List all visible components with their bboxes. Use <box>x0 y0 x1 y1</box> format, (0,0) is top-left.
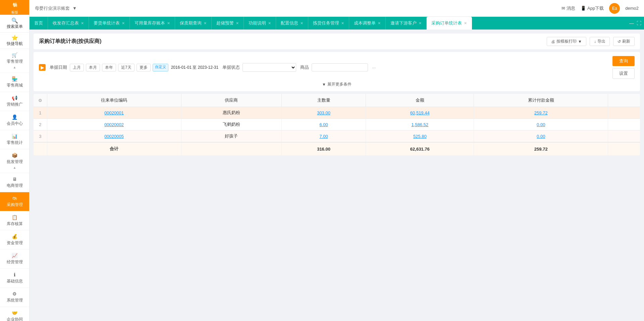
tab-function-desc-close[interactable]: ✕ <box>268 21 271 25</box>
tab-available-inventory-close[interactable]: ✕ <box>167 21 170 25</box>
user-avatar[interactable]: Ea <box>609 3 620 14</box>
tab-receive-summary[interactable]: 收发存汇总表 ✕ <box>48 17 89 30</box>
export-button[interactable]: ↓ 导出 <box>590 37 610 46</box>
col-extra-header <box>608 94 640 107</box>
finance-icon: 💰 <box>12 234 17 239</box>
tab-cost-adjust[interactable]: 成本调整单 ✕ <box>349 17 386 30</box>
expand-more-filters-button[interactable]: ▼ 展开更多条件 <box>39 82 635 87</box>
quick-nav-item[interactable]: ⭐ 快捷导航 <box>0 33 29 49</box>
sidebar-item-ops-mgmt[interactable]: 📈 经营管理 <box>0 250 29 269</box>
cell-paid-0: 259.72 <box>474 107 608 119</box>
tab-invite-downstream[interactable]: 邀请下游客户 ✕ <box>386 17 427 30</box>
workspace-dropdown-icon[interactable]: ▼ <box>72 6 77 11</box>
tab-home[interactable]: 首页 <box>30 17 48 30</box>
sidebar-item-member-center[interactable]: 👤 会员中心 <box>0 111 29 130</box>
tab-invite-downstream-label: 邀请下游客户 <box>390 20 417 26</box>
col-qty-header: 主数量 <box>281 94 366 107</box>
status-filter-select[interactable] <box>243 63 296 72</box>
tab-cost-adjust-close[interactable]: ✕ <box>378 21 381 25</box>
tab-purchase-order-stats-close[interactable]: ✕ <box>464 21 467 25</box>
sidebar-item-sys-mgmt[interactable]: ⚙ 系统管理 <box>0 288 29 307</box>
footer-label: 合计 <box>47 142 181 155</box>
tab-available-inventory[interactable]: 可用量库存账本 ✕ <box>130 17 175 30</box>
sidebar-item-retail-stats[interactable]: 📊 零售统计 <box>0 130 29 149</box>
sidebar-item-retail-shop[interactable]: 🏪 零售商城 <box>0 73 29 92</box>
date-last-7-days-btn[interactable]: 近7天 <box>118 64 135 71</box>
tab-purchase-order-stats[interactable]: 采购订单统计表 ✕ <box>427 17 472 30</box>
date-this-month-btn[interactable]: 本月 <box>86 64 100 71</box>
col-paid-label: 累计付款金额 <box>528 98 554 103</box>
tab-overstock-warning[interactable]: 超储预警 ✕ <box>212 17 244 30</box>
retail-mgmt-icon: 🛒 <box>12 52 17 58</box>
workspace-label: 母婴行业演示账套 <box>35 5 70 11</box>
tab-purchase-stats[interactable]: 要货单统计表 ✕ <box>89 17 130 30</box>
sidebar-item-inventory[interactable]: 📋 库存核算 <box>0 211 29 230</box>
col-code-header: 往来单位编码 <box>47 94 181 107</box>
template-print-button[interactable]: 🖨 按模板打印 ▼ <box>547 37 586 46</box>
tab-picking-task[interactable]: 拣货任务管理 ✕ <box>308 17 349 30</box>
tab-function-desc[interactable]: 功能说明 ✕ <box>244 17 276 30</box>
footer-paid: 259.72 <box>474 142 608 155</box>
app-download-label: App下载 <box>587 5 604 11</box>
tab-function-desc-label: 功能说明 <box>249 20 266 26</box>
date-to: 2023-12-31 <box>198 65 218 70</box>
table-header-row: ⚙ 往来单位编码 供应商 主数量 金额 <box>34 94 640 107</box>
sidebar-retail-shop-label: 零售商城 <box>7 83 23 88</box>
tab-home-label: 首页 <box>34 20 43 26</box>
sidebar-item-finance[interactable]: 💰 资金管理 <box>0 230 29 250</box>
sidebar-item-corp-collab[interactable]: 🤝 企业协同 <box>0 307 29 321</box>
data-table: ⚙ 往来单位编码 供应商 主数量 金额 <box>34 94 640 155</box>
tab-maximize-icon[interactable]: ⛶ <box>637 20 641 26</box>
tab-receive-summary-close[interactable]: ✕ <box>81 21 84 25</box>
footer-qty: 316.00 <box>281 142 366 155</box>
search-menu-item[interactable]: 🔍 搜索菜单 <box>0 15 29 33</box>
message-button[interactable]: ✉ 消息 <box>561 5 575 11</box>
col-qty-label: 主数量 <box>317 98 330 103</box>
page-header: 采购订单统计表(按供应商) 🖨 按模板打印 ▼ ↓ 导出 ↺ 刷新 <box>34 34 640 49</box>
cell-code-1: 00020002 <box>47 119 181 130</box>
corp-collab-icon: 🤝 <box>12 310 17 316</box>
tab-overstock-warning-close[interactable]: ✕ <box>236 21 239 25</box>
status-filter-group: 单据状态 <box>222 63 296 72</box>
app-logo[interactable]: 畅 标版 <box>0 0 29 15</box>
column-settings-icon[interactable]: ⚙ <box>38 98 42 103</box>
sidebar-item-wholesale-mgmt[interactable]: 📦 批发管理 ▲ <box>0 149 29 173</box>
marketing-icon: 📢 <box>12 95 17 101</box>
tab-purchase-stats-close[interactable]: ✕ <box>122 21 125 25</box>
sidebar-item-ecom-mgmt[interactable]: 🖥 电商管理 <box>0 173 29 192</box>
col-code-label: 往来单位编码 <box>101 98 127 103</box>
sidebar-item-basic-info[interactable]: ℹ 基础信息 <box>0 269 29 288</box>
ecom-mgmt-icon: 🖥 <box>12 176 17 182</box>
filter-toggle-button[interactable]: ▶ <box>39 64 46 71</box>
cell-supplier-1: 飞鹤奶粉 <box>181 119 281 130</box>
date-last-month-btn[interactable]: 上月 <box>70 64 84 71</box>
tab-shelf-life[interactable]: 保质期查询 ✕ <box>175 17 212 30</box>
status-filter-label: 单据状态 <box>222 64 240 70</box>
user-avatar-text: Ea <box>612 6 617 11</box>
sidebar-item-marketing[interactable]: 📢 营销推广 <box>0 92 29 111</box>
refresh-button[interactable]: ↺ 刷新 <box>613 37 635 46</box>
tab-minimize-icon[interactable]: — <box>629 20 634 26</box>
goods-filter-group: 商品 ··· <box>300 63 377 71</box>
sidebar-marketing-label: 营销推广 <box>7 102 23 107</box>
tab-shelf-life-close[interactable]: ✕ <box>204 21 207 25</box>
settings-button[interactable]: 设置 <box>612 68 635 79</box>
date-more-btn[interactable]: 更多 <box>137 64 151 71</box>
goods-filter-ellipsis[interactable]: ··· <box>371 65 377 70</box>
app-download-button[interactable]: 📱 App下载 <box>581 5 604 11</box>
sidebar: 畅 标版 🔍 搜索菜单 ⭐ 快捷导航 🛒 零售管理 ▲ 🏪 零售商城 📢 营销推… <box>0 0 30 321</box>
goods-filter-input[interactable] <box>312 63 368 71</box>
tab-config-info-close[interactable]: ✕ <box>300 21 303 25</box>
tab-receive-summary-label: 收发存汇总表 <box>53 20 79 26</box>
tab-config-info-label: 配置信息 <box>281 20 298 26</box>
member-center-icon: 👤 <box>12 114 17 120</box>
sidebar-item-purchase-mgmt[interactable]: 🛍 采购管理 <box>0 192 29 211</box>
date-this-year-btn[interactable]: 本年 <box>102 64 116 71</box>
sidebar-retail-stats-label: 零售统计 <box>7 140 23 146</box>
search-button[interactable]: 查询 <box>612 56 635 66</box>
sidebar-item-retail-mgmt[interactable]: 🛒 零售管理 ▲ <box>0 49 29 73</box>
cell-amount-1: 1,586.52 <box>366 119 474 130</box>
tab-picking-task-close[interactable]: ✕ <box>341 21 344 25</box>
tab-invite-downstream-close[interactable]: ✕ <box>419 21 422 25</box>
tab-config-info[interactable]: 配置信息 ✕ <box>276 17 308 30</box>
